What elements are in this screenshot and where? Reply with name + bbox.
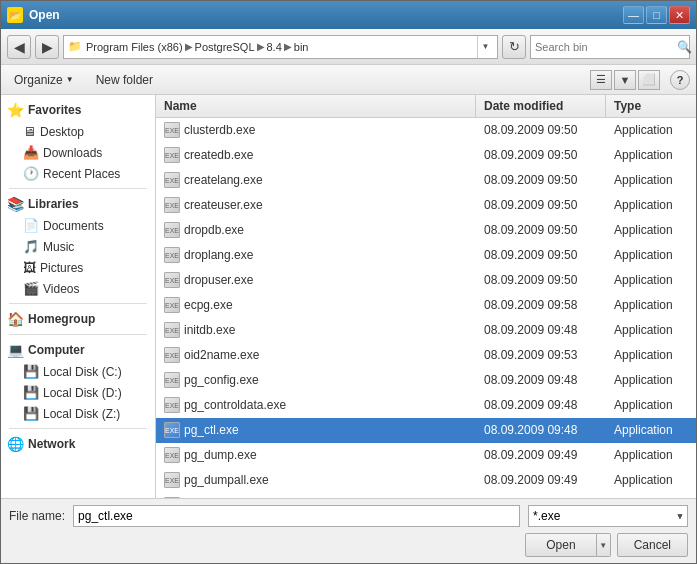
file-date-cell: 08.09.2009 09:50 xyxy=(476,271,606,289)
star-icon: ⭐ xyxy=(7,102,24,118)
dialog-title: Open xyxy=(29,8,60,22)
sidebar-group-homegroup[interactable]: 🏠 Homegroup xyxy=(1,308,155,330)
sidebar-item-pictures[interactable]: 🖼 Pictures xyxy=(1,257,155,278)
address-dropdown[interactable]: ▼ xyxy=(477,36,493,58)
file-name-cell: EXEcreatelang.exe xyxy=(156,170,476,190)
path-segment-4[interactable]: bin xyxy=(294,41,309,53)
file-icon: EXE xyxy=(164,172,180,188)
table-row[interactable]: EXEpg_controldata.exe08.09.2009 09:48App… xyxy=(156,393,696,418)
file-type-cell: Application xyxy=(606,446,696,464)
sidebar-item-local-d[interactable]: 💾 Local Disk (D:) xyxy=(1,382,155,403)
column-header-type[interactable]: Type xyxy=(606,95,696,117)
file-icon: EXE xyxy=(164,397,180,413)
minimize-button[interactable]: — xyxy=(623,6,644,24)
pictures-label: Pictures xyxy=(40,261,83,275)
sidebar-item-music[interactable]: 🎵 Music xyxy=(1,236,155,257)
view-dropdown-button[interactable]: ▼ xyxy=(614,70,636,90)
sidebar-item-desktop[interactable]: 🖥 Desktop xyxy=(1,121,155,142)
sidebar-item-videos[interactable]: 🎬 Videos xyxy=(1,278,155,299)
cancel-button[interactable]: Cancel xyxy=(617,533,688,557)
actions-bar: Organize ▼ New folder ☰ ▼ ⬜ ? xyxy=(1,65,696,95)
refresh-button[interactable]: ↻ xyxy=(502,35,526,59)
column-header-date[interactable]: Date modified xyxy=(476,95,606,117)
sidebar-section-libraries: 📚 Libraries 📄 Documents 🎵 Music 🖼 Pictur… xyxy=(1,193,155,299)
table-row[interactable]: EXEdropdb.exe08.09.2009 09:50Application xyxy=(156,218,696,243)
file-icon: EXE xyxy=(164,147,180,163)
preview-button[interactable]: ⬜ xyxy=(638,70,660,90)
table-row[interactable]: EXEdropuser.exe08.09.2009 09:50Applicati… xyxy=(156,268,696,293)
open-button[interactable]: Open xyxy=(525,533,596,557)
table-row[interactable]: EXEecpg.exe08.09.2009 09:58Application xyxy=(156,293,696,318)
sidebar-group-network[interactable]: 🌐 Network xyxy=(1,433,155,455)
file-list[interactable]: EXEclusterdb.exe08.09.2009 09:50Applicat… xyxy=(156,118,696,498)
file-date-cell: 08.09.2009 09:50 xyxy=(476,146,606,164)
file-date-cell: 08.09.2009 09:48 xyxy=(476,371,606,389)
sidebar-group-libraries[interactable]: 📚 Libraries xyxy=(1,193,155,215)
sidebar-item-downloads[interactable]: 📥 Downloads xyxy=(1,142,155,163)
table-row[interactable]: EXEpg_ctl.exe08.09.2009 09:48Application xyxy=(156,418,696,443)
table-row[interactable]: EXEdroplang.exe08.09.2009 09:50Applicati… xyxy=(156,243,696,268)
open-dropdown-button[interactable]: ▼ xyxy=(597,533,611,557)
new-folder-button[interactable]: New folder xyxy=(89,70,160,90)
search-box: 🔍 xyxy=(530,35,690,59)
close-button[interactable]: ✕ xyxy=(669,6,690,24)
address-bar[interactable]: 📁 Program Files (x86) ▶ PostgreSQL ▶ 8.4… xyxy=(63,35,498,59)
sidebar-item-local-z[interactable]: 💾 Local Disk (Z:) xyxy=(1,403,155,424)
file-type-select[interactable]: *.exe xyxy=(528,505,688,527)
videos-icon: 🎬 xyxy=(23,281,39,296)
sidebar-section-favorites: ⭐ Favorites 🖥 Desktop 📥 Downloads 🕐 Rece… xyxy=(1,99,155,184)
organize-arrow-icon: ▼ xyxy=(66,75,74,84)
table-row[interactable]: EXEpg_dumpall.exe08.09.2009 09:49Applica… xyxy=(156,468,696,493)
sidebar-group-computer[interactable]: 💻 Computer xyxy=(1,339,155,361)
path-segment-1[interactable]: Program Files (x86) xyxy=(86,41,183,53)
table-row[interactable]: EXEcreateuser.exe08.09.2009 09:50Applica… xyxy=(156,193,696,218)
local-z-label: Local Disk (Z:) xyxy=(43,407,120,421)
folder-icon: 📁 xyxy=(68,40,82,53)
table-row[interactable]: EXEclusterdb.exe08.09.2009 09:50Applicat… xyxy=(156,118,696,143)
file-icon: EXE xyxy=(164,372,180,388)
file-name-text: clusterdb.exe xyxy=(184,123,255,137)
table-row[interactable]: EXEinitdb.exe08.09.2009 09:48Application xyxy=(156,318,696,343)
sidebar-item-documents[interactable]: 📄 Documents xyxy=(1,215,155,236)
file-name-cell: EXEecpg.exe xyxy=(156,295,476,315)
file-name-text: ecpg.exe xyxy=(184,298,233,312)
pictures-icon: 🖼 xyxy=(23,260,36,275)
file-name-text: pg_dumpall.exe xyxy=(184,473,269,487)
file-icon: EXE xyxy=(164,322,180,338)
file-name-cell: EXEdroplang.exe xyxy=(156,245,476,265)
path-segment-3[interactable]: 8.4 xyxy=(267,41,282,53)
file-name-text: initdb.exe xyxy=(184,323,235,337)
file-type-cell: Application xyxy=(606,171,696,189)
sidebar-section-homegroup: 🏠 Homegroup xyxy=(1,308,155,330)
table-row[interactable]: EXEpg_dump.exe08.09.2009 09:49Applicatio… xyxy=(156,443,696,468)
sidebar-group-favorites[interactable]: ⭐ Favorites xyxy=(1,99,155,121)
open-dialog: 📂 Open — □ ✕ ◀ ▶ 📁 Program Files (x86) ▶… xyxy=(0,0,697,564)
path-segment-2[interactable]: PostgreSQL xyxy=(195,41,255,53)
file-name-input[interactable] xyxy=(73,505,520,527)
sidebar-item-local-c[interactable]: 💾 Local Disk (C:) xyxy=(1,361,155,382)
file-date-cell: 08.09.2009 09:58 xyxy=(476,296,606,314)
table-row[interactable]: EXEcreatelang.exe08.09.2009 09:50Applica… xyxy=(156,168,696,193)
file-type-cell: Application xyxy=(606,271,696,289)
file-name-text: droplang.exe xyxy=(184,248,253,262)
table-row[interactable]: EXEcreatedb.exe08.09.2009 09:50Applicati… xyxy=(156,143,696,168)
back-button[interactable]: ◀ xyxy=(7,35,31,59)
maximize-button[interactable]: □ xyxy=(646,6,667,24)
organize-button[interactable]: Organize ▼ xyxy=(7,70,81,90)
file-list-header: Name Date modified Type xyxy=(156,95,696,118)
file-date-cell: 08.09.2009 09:50 xyxy=(476,196,606,214)
sidebar-section-network: 🌐 Network xyxy=(1,433,155,455)
view-list-button[interactable]: ☰ xyxy=(590,70,612,90)
table-row[interactable]: EXEoid2name.exe08.09.2009 09:53Applicati… xyxy=(156,343,696,368)
sidebar-item-recent[interactable]: 🕐 Recent Places xyxy=(1,163,155,184)
column-header-name[interactable]: Name xyxy=(156,95,476,117)
help-button[interactable]: ? xyxy=(670,70,690,90)
table-row[interactable]: EXEpg_config.exe08.09.2009 09:48Applicat… xyxy=(156,368,696,393)
forward-button[interactable]: ▶ xyxy=(35,35,59,59)
file-type-cell: Application xyxy=(606,346,696,364)
search-input[interactable] xyxy=(535,41,673,53)
divider-2 xyxy=(9,303,147,304)
downloads-label: Downloads xyxy=(43,146,102,160)
file-date-cell: 08.09.2009 09:50 xyxy=(476,171,606,189)
file-type-cell: Application xyxy=(606,146,696,164)
